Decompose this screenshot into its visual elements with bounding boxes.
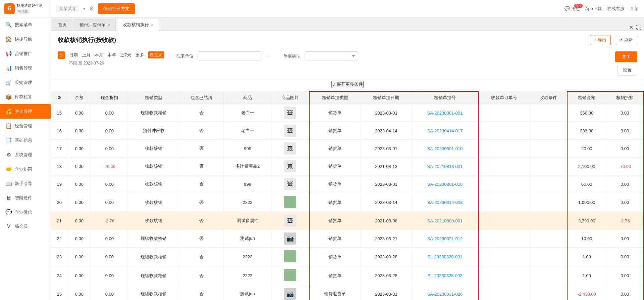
date-7days[interactable]: 近7天 — [120, 52, 131, 58]
row-amount: 60.00 — [567, 175, 606, 193]
sidebar-label: 企业协同 — [15, 166, 32, 172]
voucher-no-link[interactable]: SA-20230331-026 — [427, 292, 463, 297]
row-write-off-discount: 0.00 — [606, 266, 644, 285]
sidebar-item-新手引导[interactable]: 📖新手引导 — [0, 176, 51, 191]
sidebar-item-营销推广[interactable]: 📢营销推广 — [0, 46, 51, 61]
row-num: 21 — [51, 212, 68, 230]
table-row: 150.000.00现续收款核销否老白干🖼销货单2023-03-01SA-202… — [51, 104, 644, 122]
sidebar-icon: 🛒 — [5, 79, 12, 86]
logo-tag: 标准版 — [17, 9, 30, 14]
product-image: 🖼 — [284, 160, 296, 172]
tab-maximize-icon[interactable]: ⛶ — [636, 25, 641, 31]
voucher-no-link[interactable]: SA-20230301-001 — [427, 111, 463, 116]
voucher-no-link[interactable]: SL-20230328-001 — [427, 254, 462, 259]
export-button[interactable]: ↑ 导出 — [590, 35, 611, 45]
row-discount: 0.00 — [91, 175, 128, 193]
logo-icon: 6 — [4, 3, 15, 14]
row-discount: 0.00 — [91, 122, 128, 140]
online-service-link[interactable]: 在线客服 — [607, 6, 625, 12]
date-this-month[interactable]: 本月 — [95, 52, 103, 58]
sidebar-item-基础信息[interactable]: 📑基础信息 — [0, 133, 51, 147]
col-header-5: 商品 — [223, 91, 271, 104]
sidebar-item-库存核算[interactable]: 📦库存核算 — [0, 90, 51, 104]
app-download-link[interactable]: App下载 — [585, 6, 602, 12]
date-last-month[interactable]: 上月 — [82, 52, 91, 58]
row-type: 现续收款核销 — [128, 230, 179, 248]
voucher-no-link[interactable]: SL-20230328-002 — [427, 273, 462, 278]
voucher-no-link[interactable]: SA-20230301-010 — [427, 182, 463, 187]
voucher-no-link[interactable]: SA-20230314-008 — [427, 200, 463, 205]
col-header-3: 核销类型 — [128, 91, 179, 104]
row-voucher-no[interactable]: SA-20230301-001 — [412, 104, 478, 122]
sidebar-item-企业协同[interactable]: 🤝企业协同 — [0, 162, 51, 176]
filter-expand-button[interactable]: » — [58, 51, 65, 59]
row-voucher-no[interactable]: SA-20210813-001 — [412, 158, 478, 175]
row-voucher-no[interactable]: SA-20210808-001 — [412, 212, 478, 230]
main-table: ⚙余额现金折扣核销类型包含已结清商品商品图片核销单据类型核销单据日期核销单据号收… — [51, 91, 644, 300]
row-order-no — [478, 266, 530, 285]
table-wrapper: ⚙余额现金折扣核销类型包含已结清商品商品图片核销单据类型核销单据日期核销单据号收… — [51, 91, 644, 300]
row-voucher-no[interactable]: SA-20230301-010 — [412, 140, 478, 158]
expand-more-button[interactable]: ∨ 展开更多条件 — [331, 81, 364, 88]
col-header-2: 现金折扣 — [91, 91, 128, 104]
row-write-off-discount: 0.00 — [606, 285, 644, 300]
tab-close-all-icon[interactable]: ✕ — [629, 24, 633, 31]
date-more[interactable]: 更多 — [135, 52, 144, 58]
col-header-0[interactable]: ⚙ — [51, 91, 68, 104]
sidebar-item-快捷导航[interactable]: 🏠快捷导航 — [0, 32, 51, 46]
row-voucher-no[interactable]: SA-20230314-008 — [412, 193, 478, 212]
message-icon-area[interactable]: 💬 99+ 消息 — [565, 6, 580, 12]
row-discount: 0.00 — [91, 104, 128, 122]
partner-input[interactable] — [198, 51, 261, 60]
voucher-no-link[interactable]: SA-20230301-010 — [427, 146, 463, 151]
row-voucher-date: 2023-03-28 — [361, 248, 412, 266]
row-type: 收款核销 — [128, 175, 179, 193]
row-voucher-no[interactable]: SA-20230321-012 — [412, 230, 478, 248]
sidebar-item-销售管理[interactable]: 📊销售管理 — [0, 61, 51, 75]
row-voucher-no[interactable]: SA-20230331-026 — [412, 285, 478, 300]
voucher-no-link[interactable]: SA-20230321-012 — [427, 236, 463, 241]
tab-home[interactable]: 首页 — [52, 19, 72, 31]
row-voucher-no[interactable]: SA-20230301-010 — [412, 175, 478, 193]
row-condition — [530, 122, 567, 140]
topbar: 某某某某 ▾ ⚙ 休验行业方案 💬 99+ 消息 App下载 在线客服 某某 — [51, 0, 644, 17]
table-row: 220.000.00现续收款核销否测试jun📷销货单2023-03-21SA-2… — [51, 230, 644, 248]
sidebar-item-企业微信[interactable]: 💬企业微信 — [0, 205, 51, 219]
date-this-year[interactable]: 本年 — [107, 52, 116, 58]
row-settled: 否 — [179, 285, 224, 300]
tab-writeoff-close[interactable]: × — [151, 23, 153, 27]
voucher-no-link[interactable]: SA-20230414-017 — [427, 128, 463, 133]
sidebar-item-采购管理[interactable]: 🛒采购管理 — [0, 75, 51, 90]
tab-prepay[interactable]: 预付冲应付单 × — [74, 19, 116, 31]
tab-writeoff[interactable]: 收款核销执行 × — [117, 19, 159, 31]
query-button[interactable]: 查询 — [615, 51, 637, 62]
row-voucher-no[interactable]: SL-20230328-001 — [412, 248, 478, 266]
row-voucher-no[interactable]: SA-20230414-017 — [412, 122, 478, 140]
table-row: 230.000.00现续收款核销否2222销货单2023-03-28SL-202… — [51, 248, 644, 266]
row-type: 现续收款核销 — [128, 285, 179, 300]
sidebar-item-智能硬件[interactable]: 🖥智能硬件 — [0, 191, 51, 205]
row-voucher-no[interactable]: SL-20230328-002 — [412, 266, 478, 285]
topbar-gear-icon[interactable]: ⚙ — [89, 5, 94, 12]
sidebar-icon: 🤝 — [5, 166, 12, 172]
sidebar-item-搜索菜单[interactable]: 🔍搜索菜单 — [0, 17, 51, 32]
voucher-no-link[interactable]: SA-20210813-001 — [427, 164, 463, 169]
row-goods: 测试jun — [223, 230, 271, 248]
row-type: 收款核销 — [128, 193, 179, 212]
table-header-row: ⚙余额现金折扣核销类型包含已结清商品商品图片核销单据类型核销单据日期核销单据号收… — [51, 91, 644, 104]
sidebar-item-畅会员[interactable]: V畅会员 — [0, 219, 51, 233]
row-voucher-type: 销货单 — [309, 248, 361, 266]
tabbar: 首页 预付冲应付单 × 收款核销执行 × ✕ ⛶ — [51, 17, 644, 31]
sidebar-item-资金管理[interactable]: 💰资金管理 — [0, 104, 51, 119]
row-voucher-type: 销货单 — [309, 140, 361, 158]
refresh-button[interactable]: ↺ 刷新 — [615, 35, 637, 45]
tab-prepay-close[interactable]: × — [108, 23, 110, 28]
date-custom[interactable]: 自定义 — [148, 51, 164, 58]
setting-button[interactable]: 设置 — [617, 65, 637, 76]
row-amount: -2,430.00 — [567, 285, 606, 300]
voucher-type-select[interactable] — [305, 51, 358, 60]
sidebar-item-经营管理[interactable]: 📋经营管理 — [0, 119, 51, 133]
sidebar-item-系统管理[interactable]: ⚙系统管理 — [0, 147, 51, 162]
trial-button[interactable]: 休验行业方案 — [98, 3, 135, 14]
voucher-no-link[interactable]: SA-20210808-001 — [427, 218, 463, 223]
